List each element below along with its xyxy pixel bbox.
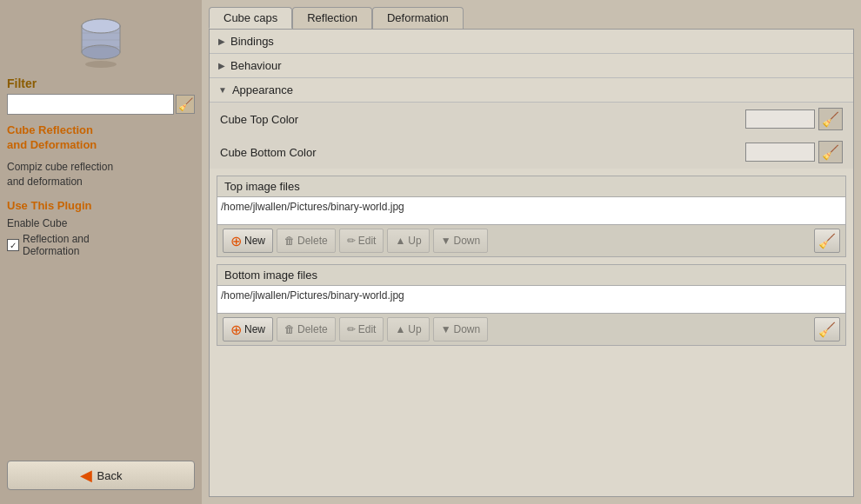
behaviour-label: Behaviour: [230, 59, 282, 72]
back-button-label: Back: [97, 469, 123, 482]
delete-icon: 🗑: [284, 323, 295, 335]
down-icon: ▼: [441, 235, 451, 247]
back-arrow-icon: ◀: [80, 466, 92, 485]
tab-cube-caps[interactable]: Cube caps: [209, 7, 292, 29]
bottom-new-button[interactable]: ⊕ New: [223, 317, 273, 342]
plugin-description: Compiz cube reflection and deformation: [7, 160, 195, 189]
behaviour-header[interactable]: ▶ Behaviour: [210, 54, 853, 78]
top-image-section: Top image files /home/jlwallen/Pictures/…: [217, 176, 846, 257]
up-icon: ▲: [395, 323, 405, 335]
broom-icon: 🧹: [818, 233, 836, 249]
reflection-checkbox[interactable]: [7, 239, 19, 251]
top-new-button[interactable]: ⊕ New: [223, 229, 273, 253]
filter-input[interactable]: [7, 94, 174, 115]
bottom-up-button[interactable]: ▲ Up: [387, 317, 429, 342]
bindings-section: ▶ Bindings: [210, 30, 853, 54]
svg-point-2: [82, 45, 120, 59]
tab-reflection[interactable]: Reflection: [292, 7, 372, 29]
svg-point-3: [82, 19, 120, 33]
use-plugin-label: Use This Plugin: [7, 199, 195, 212]
back-button[interactable]: ◀ Back: [7, 461, 195, 490]
appearance-arrow-icon: ▼: [218, 85, 227, 95]
cube-bottom-color-row: Cube Bottom Color 🧹: [210, 136, 853, 169]
behaviour-arrow-icon: ▶: [218, 61, 225, 70]
behaviour-section: ▶ Behaviour: [210, 54, 853, 78]
new-icon: ⊕: [230, 233, 242, 249]
down-icon: ▼: [441, 323, 451, 335]
bottom-image-file-path: /home/jlwallen/Pictures/binary-world.jpg: [221, 289, 404, 302]
top-image-section-title: Top image files: [217, 176, 845, 197]
appearance-header[interactable]: ▼ Appearance: [210, 78, 853, 103]
top-down-button[interactable]: ▼ Down: [433, 229, 489, 253]
appearance-section: ▼ Appearance Cube Top Color 🧹 Cube Botto…: [210, 78, 853, 353]
top-clear-button[interactable]: 🧹: [814, 229, 840, 253]
bindings-arrow-icon: ▶: [218, 36, 225, 46]
use-plugin-item-enable-cube[interactable]: Enable Cube: [7, 217, 195, 229]
bindings-header[interactable]: ▶ Bindings: [210, 30, 853, 54]
cube-bottom-color-box[interactable]: [745, 143, 815, 162]
bindings-label: Bindings: [230, 35, 274, 48]
broom-icon: 🧹: [178, 97, 193, 111]
svg-point-7: [85, 61, 117, 68]
bottom-image-list: /home/jlwallen/Pictures/binary-world.jpg: [217, 286, 845, 314]
cube-bottom-color-input-group: 🧹: [745, 141, 843, 163]
main-content: Cube caps Reflection Deformation ▶ Bindi…: [202, 0, 861, 504]
reflection-label: Reflection andDeformation: [23, 233, 90, 257]
bottom-edit-button[interactable]: ✏ Edit: [339, 317, 384, 342]
bottom-down-button[interactable]: ▼ Down: [433, 317, 489, 342]
bottom-image-section-title: Bottom image files: [217, 265, 845, 286]
up-icon: ▲: [395, 235, 405, 247]
cube-top-color-row: Cube Top Color 🧹: [210, 103, 853, 136]
settings-panel: ▶ Bindings ▶ Behaviour ▼ Appearance Cube…: [209, 29, 854, 497]
new-icon: ⊕: [230, 322, 242, 338]
top-image-file-path: /home/jlwallen/Pictures/binary-world.jpg: [221, 201, 404, 213]
use-plugin-item-reflection[interactable]: Reflection andDeformation: [7, 233, 195, 257]
top-image-toolbar: ⊕ New 🗑 Delete ✏ Edit ▲ Up: [217, 225, 845, 256]
bottom-image-section: Bottom image files /home/jlwallen/Pictur…: [217, 264, 846, 346]
edit-icon: ✏: [347, 235, 356, 247]
filter-row: 🧹: [7, 94, 195, 115]
plugin-title: Cube Reflection and Deformation: [7, 123, 195, 153]
filter-clear-button[interactable]: 🧹: [176, 95, 195, 114]
bottom-image-toolbar: ⊕ New 🗑 Delete ✏ Edit ▲ Up: [217, 314, 845, 345]
top-image-list: /home/jlwallen/Pictures/binary-world.jpg: [217, 197, 845, 225]
broom-icon: 🧹: [818, 322, 836, 338]
broom-icon: 🧹: [822, 111, 839, 128]
filter-label: Filter: [7, 76, 195, 90]
top-delete-button[interactable]: 🗑 Delete: [277, 229, 336, 253]
bottom-delete-button[interactable]: 🗑 Delete: [277, 317, 336, 342]
use-plugin-list: Enable Cube Reflection andDeformation: [7, 217, 195, 257]
broom-icon: 🧹: [822, 144, 839, 161]
cube-icon: [75, 16, 127, 68]
top-edit-button[interactable]: ✏ Edit: [339, 229, 384, 253]
bottom-clear-button[interactable]: 🧹: [814, 317, 840, 342]
cube-top-color-input-group: 🧹: [745, 108, 843, 130]
cube-top-color-clear-button[interactable]: 🧹: [818, 108, 843, 130]
tab-deformation[interactable]: Deformation: [372, 7, 464, 29]
edit-icon: ✏: [347, 323, 356, 335]
sidebar: Filter 🧹 Cube Reflection and Deformation…: [0, 0, 202, 504]
delete-icon: 🗑: [284, 235, 295, 247]
cube-top-color-label: Cube Top Color: [220, 113, 745, 126]
cube-bottom-color-clear-button[interactable]: 🧹: [818, 141, 843, 163]
top-up-button[interactable]: ▲ Up: [387, 229, 429, 253]
tab-bar: Cube caps Reflection Deformation: [209, 7, 854, 29]
cube-top-color-box[interactable]: [745, 109, 815, 129]
appearance-label: Appearance: [232, 83, 293, 96]
app-logo: [7, 7, 195, 76]
cube-bottom-color-label: Cube Bottom Color: [220, 146, 745, 159]
